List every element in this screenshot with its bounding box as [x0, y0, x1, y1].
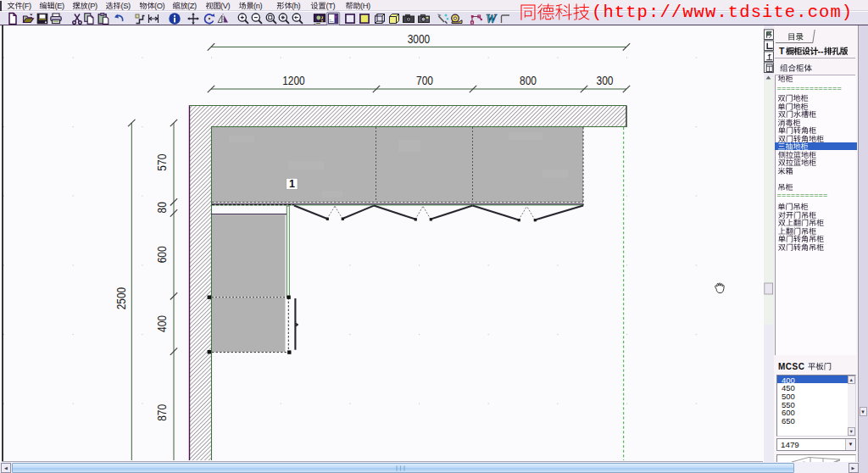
- svg-text:800: 800: [520, 73, 537, 87]
- svg-text:1: 1: [289, 178, 295, 190]
- svg-text:600: 600: [154, 246, 169, 263]
- svg-text:570: 570: [154, 154, 169, 171]
- svg-text:W: W: [486, 13, 498, 25]
- svg-text:700: 700: [416, 73, 433, 87]
- svg-text:300: 300: [597, 73, 614, 87]
- svg-text:870: 870: [154, 404, 169, 421]
- svg-text:400: 400: [154, 315, 169, 332]
- svg-text:3000: 3000: [408, 31, 431, 46]
- svg-text:1200: 1200: [282, 73, 305, 87]
- svg-text:2500: 2500: [114, 287, 128, 310]
- svg-text:80: 80: [154, 202, 169, 213]
